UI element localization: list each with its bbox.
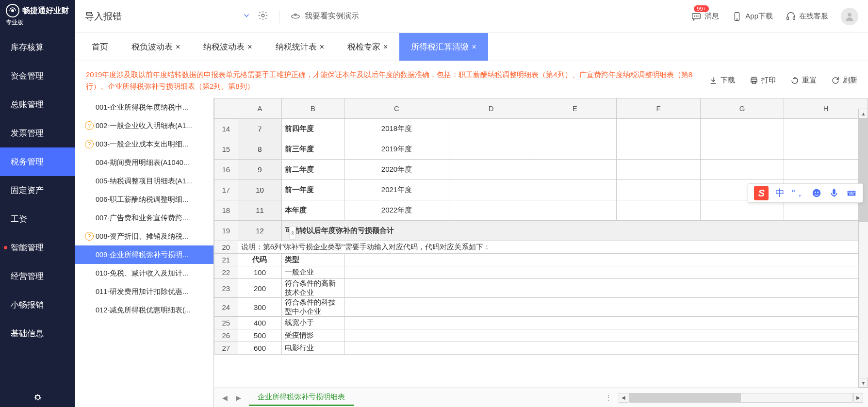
cell[interactable] <box>533 180 617 200</box>
sidebar-item-6[interactable]: 工资 <box>0 205 75 233</box>
row-header-22[interactable]: 22 <box>214 266 238 279</box>
cell[interactable]: 400 <box>238 317 282 329</box>
sidebar-item-5[interactable]: 固定资产 <box>0 176 75 205</box>
cell[interactable] <box>700 119 784 139</box>
cell[interactable]: 2019年度 <box>344 139 449 160</box>
form-item-9[interactable]: 010-免税、减计收入及加计... <box>75 264 213 282</box>
cell[interactable] <box>617 160 701 180</box>
cell[interactable] <box>449 119 533 139</box>
avatar[interactable] <box>841 8 858 25</box>
ime-keyboard-icon[interactable] <box>846 188 857 198</box>
cell[interactable] <box>344 298 868 317</box>
col-header-G[interactable]: G <box>700 98 784 119</box>
sidebar-item-4[interactable]: 税务管理 <box>0 147 75 176</box>
cell[interactable]: 受疫情影 <box>282 329 344 342</box>
form-item-1[interactable]: 002-一般企业收入明细表(A1... <box>75 116 213 135</box>
row-header-18[interactable]: 18 <box>214 200 238 221</box>
ime-toolbar[interactable]: S 中 °， <box>748 183 863 203</box>
vertical-scrollbar[interactable]: ▲▼ <box>858 109 868 388</box>
cell[interactable] <box>449 139 533 160</box>
reset-button[interactable]: 重置 <box>790 76 817 85</box>
form-item-7[interactable]: 008-资产折旧、摊销及纳税... <box>75 227 213 245</box>
cell[interactable] <box>344 266 868 279</box>
ime-emoji-icon[interactable] <box>811 188 822 198</box>
sidebar-item-2[interactable]: 总账管理 <box>0 90 75 119</box>
dropdown-chevron[interactable] <box>242 11 251 21</box>
cell[interactable]: 2018年度 <box>344 119 449 139</box>
cell[interactable] <box>784 200 868 221</box>
cell[interactable]: 线宽小于 <box>282 317 344 329</box>
cell[interactable] <box>533 139 617 160</box>
cell[interactable]: 前三年度 <box>282 139 344 160</box>
tab-close-5[interactable]: × <box>472 43 476 51</box>
row-header-16[interactable]: 16 <box>214 160 238 180</box>
row-header-19[interactable]: 19 <box>214 221 238 241</box>
cell[interactable] <box>533 119 617 139</box>
cell[interactable] <box>449 200 533 221</box>
cell[interactable]: 前一年度 <box>282 180 344 200</box>
settings-gear[interactable] <box>0 388 75 407</box>
form-item-11[interactable]: 012-减免所得税优惠明细表(... <box>75 301 213 319</box>
cell[interactable]: 可结转以后年度弥补的亏损额合计 <box>282 221 868 241</box>
cell[interactable] <box>617 119 701 139</box>
print-button[interactable]: 打印 <box>750 76 776 85</box>
cell[interactable]: 本年度 <box>282 200 344 221</box>
form-item-3[interactable]: 004-期间费用明细表(A1040... <box>75 153 213 172</box>
form-item-8[interactable]: 009-企业所得税弥补亏损明... <box>75 245 213 264</box>
cell[interactable]: 类型 <box>282 254 344 266</box>
row-header-23[interactable]: 23 <box>214 279 238 298</box>
cell[interactable]: 300 <box>238 298 282 317</box>
tab-5[interactable]: 所得税汇算清缴× <box>399 33 488 61</box>
tab-close-1[interactable]: × <box>176 43 180 51</box>
cell[interactable] <box>617 180 701 200</box>
form-item-0[interactable]: 001-企业所得税年度纳税申... <box>75 98 213 116</box>
cell[interactable]: 100 <box>238 266 282 279</box>
form-item-2[interactable]: 003-一般企业成本支出明细... <box>75 135 213 153</box>
cell[interactable]: 代码 <box>238 254 282 266</box>
cell[interactable] <box>784 119 868 139</box>
cell[interactable]: 7 <box>238 119 282 139</box>
cell[interactable] <box>617 139 701 160</box>
msg-button[interactable]: 99+ 消息 <box>691 11 719 22</box>
cell[interactable] <box>344 254 868 266</box>
cell[interactable]: 说明：第6列"弥补亏损企业类型"需要手动输入对应代码，代码对应关系如下： <box>238 241 868 254</box>
cell[interactable]: 8 <box>238 139 282 160</box>
row-header-21[interactable]: 21 <box>214 254 238 266</box>
refresh-button[interactable]: 刷新 <box>831 76 857 85</box>
col-header-H[interactable]: H <box>784 98 868 119</box>
form-item-10[interactable]: 011-研发费用加计扣除优惠... <box>75 282 213 301</box>
ime-lang[interactable]: 中 <box>775 187 785 199</box>
form-item-6[interactable]: 007-广告费和业务宣传费跨... <box>75 209 213 227</box>
tab-2[interactable]: 纳税波动表× <box>192 33 263 61</box>
sidebar-item-7[interactable]: 智能管理 <box>0 233 75 262</box>
cell[interactable] <box>700 139 784 160</box>
sidebar-item-8[interactable]: 经营管理 <box>0 262 75 291</box>
cell[interactable]: 一般企业 <box>282 266 344 279</box>
cell[interactable]: 2021年度 <box>344 180 449 200</box>
cell[interactable]: 9 <box>238 160 282 180</box>
cell[interactable]: 500 <box>238 329 282 342</box>
cell[interactable]: 2022年度 <box>344 200 449 221</box>
cell[interactable] <box>784 139 868 160</box>
row-header-20[interactable]: 20 <box>214 241 238 254</box>
tab-4[interactable]: 税检专家× <box>336 33 399 61</box>
row-header-27[interactable]: 27 <box>214 342 238 355</box>
cell[interactable] <box>449 160 533 180</box>
horizontal-scrollbar[interactable]: ◀▶ <box>619 393 868 403</box>
header-gear-icon[interactable] <box>258 10 268 22</box>
row-header-24[interactable]: 24 <box>214 298 238 317</box>
cell[interactable] <box>344 342 868 355</box>
tab-close-2[interactable]: × <box>247 43 252 51</box>
col-header-B[interactable]: B <box>282 98 344 119</box>
col-header-F[interactable]: F <box>617 98 701 119</box>
sheet-corner[interactable] <box>214 98 238 119</box>
cell[interactable]: 2020年度 <box>344 160 449 180</box>
col-header-E[interactable]: E <box>533 98 617 119</box>
cell[interactable]: 符合条件的高新技术企业 <box>282 279 344 298</box>
cell[interactable] <box>449 180 533 200</box>
tab-1[interactable]: 税负波动表× <box>120 33 192 61</box>
demo-link[interactable]: 我要看实例演示 <box>290 11 359 22</box>
cell[interactable] <box>617 200 701 221</box>
cell[interactable] <box>344 317 868 329</box>
tab-close-4[interactable]: × <box>383 43 388 51</box>
